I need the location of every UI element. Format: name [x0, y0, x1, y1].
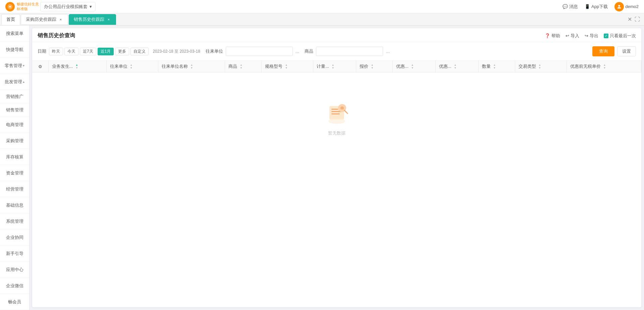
sort-down-icon: ▼ — [603, 67, 606, 69]
date-btn-last7[interactable]: 近7天 — [80, 48, 96, 55]
date-btn-yesterday[interactable]: 昨天 — [49, 48, 63, 55]
empty-icon — [323, 99, 350, 126]
date-btn-more[interactable]: 更多 — [115, 48, 129, 55]
sidebar-item-sales-mgmt[interactable]: 销售管理 — [0, 103, 29, 117]
table-col-partner-name[interactable]: 往来单位名称 ▲ ▼ — [158, 61, 225, 72]
tab-close-purchase[interactable]: × — [58, 17, 63, 22]
import-icon: ↩ — [566, 33, 569, 38]
user-action[interactable]: demo2 — [614, 2, 639, 11]
partner-input[interactable] — [226, 47, 293, 56]
message-label: 消息 — [569, 4, 578, 10]
sidebar-item-wechat[interactable]: 企业微信 — [0, 278, 29, 294]
page-title: 销售历史价查询 — [38, 32, 75, 39]
tab-home[interactable]: 首页 — [1, 14, 20, 25]
table-col-discount1[interactable]: 优惠... ▲ ▼ — [393, 61, 436, 72]
sidebar-item-marketing[interactable]: 营销推广 — [0, 90, 29, 103]
export-icon: ↪ — [585, 33, 588, 38]
settings-button[interactable]: 设置 — [617, 46, 636, 56]
sidebar-item-guide[interactable]: 新手引导 — [0, 246, 29, 262]
sidebar-item-enterprise[interactable]: 企业协同 — [0, 229, 29, 246]
partner-dots[interactable]: ... — [296, 49, 300, 54]
sort-up-icon: ▲ — [493, 64, 496, 66]
svg-rect-6 — [331, 113, 340, 114]
message-icon: 💬 — [562, 4, 568, 9]
filter-actions: 查询 设置 — [592, 46, 636, 56]
table-col-biz-date[interactable]: 业务发生... ▲ ▼ — [48, 61, 106, 72]
message-action[interactable]: 💬 消息 — [562, 4, 578, 10]
tabs-bar: 首页 采购历史价跟踪 × 销售历史价跟踪 × ✕ ⛶ — [0, 13, 644, 25]
main-layout: 搜索菜单 快捷导航 零售管理 ▾ 批发管理 ▴ 营销推广 销售管理 电商管理 采… — [0, 25, 644, 310]
sidebar-item-ecommerce[interactable]: 电商管理 — [0, 117, 29, 133]
app-download-action[interactable]: 📱 App下载 — [585, 4, 608, 10]
sidebar-item-operation[interactable]: 经营管理 — [0, 181, 29, 197]
date-options: 昨天 今天 近7天 近1月 更多 自定义 — [49, 48, 149, 55]
empty-text: 暂无数据 — [328, 130, 345, 136]
sidebar-quick-nav-label: 快捷导航 — [6, 47, 23, 53]
goods-dots[interactable]: ... — [386, 49, 390, 54]
sort-up-icon: ▲ — [454, 64, 457, 66]
export-button[interactable]: ↪ 导出 — [585, 33, 598, 39]
table-col-partner-code[interactable]: 往来单位 ▲ ▼ — [106, 61, 158, 72]
maximize-icon[interactable]: ⛶ — [635, 16, 640, 22]
table-col-unit[interactable]: 计量... ▲ ▼ — [313, 61, 356, 72]
app-selector-label: 办公用品行业模拟账套 — [44, 4, 88, 10]
sidebar-item-retail[interactable]: 零售管理 ▾ — [0, 58, 29, 74]
only-last-checkbox[interactable]: ✓ 只看最后一次 — [604, 33, 636, 39]
import-button[interactable]: ↩ 导入 — [566, 33, 579, 39]
query-button[interactable]: 查询 — [592, 46, 614, 56]
tab-purchase-history[interactable]: 采购历史价跟踪 × — [21, 14, 68, 25]
sidebar-item-system[interactable]: 系统管理 — [0, 213, 29, 229]
sidebar-app-center-label: 应用中心 — [6, 267, 23, 273]
sidebar-retail-label: 零售管理 — [5, 63, 22, 69]
sidebar: 搜索菜单 快捷导航 零售管理 ▾ 批发管理 ▴ 营销推广 销售管理 电商管理 采… — [0, 25, 30, 310]
table-col-goods[interactable]: 商品 ▲ ▼ — [225, 61, 262, 72]
table-col-discount2[interactable]: 优惠... ▲ ▼ — [435, 61, 478, 72]
checkbox-icon: ✓ — [604, 34, 608, 38]
table-header-row: ⚙ 业务发生... ▲ ▼ 往来单位 — [32, 61, 641, 72]
sidebar-item-quick-nav[interactable]: 快捷导航 — [0, 42, 29, 58]
sort-down-icon: ▼ — [75, 67, 78, 69]
svg-point-8 — [340, 106, 344, 110]
sort-up-icon: ▲ — [240, 64, 243, 66]
sort-icons-goods: ▲ ▼ — [240, 64, 243, 69]
sort-icons-partner-name: ▲ ▼ — [190, 64, 193, 69]
sidebar-item-wholesale[interactable]: 批发管理 ▴ — [0, 74, 29, 90]
sidebar-search-menu-label: 搜索菜单 — [6, 31, 23, 37]
sort-icons-quote: ▲ ▼ — [371, 64, 374, 69]
close-window-icon[interactable]: ✕ — [628, 16, 632, 22]
sidebar-item-inventory[interactable]: 库存核算 — [0, 149, 29, 165]
avatar — [614, 2, 624, 11]
help-button[interactable]: ❓ 帮助 — [545, 33, 560, 39]
date-btn-last1m[interactable]: 近1月 — [98, 48, 114, 55]
table-col-quantity[interactable]: 数量 ▲ ▼ — [478, 61, 515, 72]
app-selector[interactable]: 办公用品行业模拟账套 ▾ — [40, 2, 96, 11]
tab-sales-history[interactable]: 销售历史价跟踪 × — [69, 14, 116, 25]
table-col-trade-type[interactable]: 交易类型 ▲ ▼ — [515, 61, 567, 72]
table-col-pretax-price[interactable]: 优惠前无税单价 ▲ ▼ — [567, 61, 641, 72]
date-btn-custom[interactable]: 自定义 — [130, 48, 149, 55]
sidebar-item-vip[interactable]: 畅会员 — [0, 294, 29, 310]
tab-right-icons: ✕ ⛶ — [628, 16, 643, 22]
export-label: 导出 — [590, 33, 598, 39]
sidebar-item-finance[interactable]: 资金管理 — [0, 165, 29, 181]
sidebar-item-search-menu[interactable]: 搜索菜单 — [0, 25, 29, 42]
page-header-actions: ❓ 帮助 ↩ 导入 ↪ 导出 ✓ 只看最后一次 — [545, 33, 636, 39]
sort-down-icon: ▼ — [371, 67, 374, 69]
sort-icons-discount1: ▲ ▼ — [411, 64, 414, 69]
sort-down-icon: ▼ — [538, 67, 541, 69]
sidebar-item-app-center[interactable]: 应用中心 — [0, 262, 29, 278]
date-btn-today[interactable]: 今天 — [64, 48, 78, 55]
table-col-quote[interactable]: 报价 ▲ ▼ — [356, 61, 393, 72]
sidebar-purchase-label: 采购管理 — [6, 138, 23, 144]
sidebar-item-purchase[interactable]: 采购管理 — [0, 133, 29, 149]
table-col-spec[interactable]: 规格型号 ▲ ▼ — [262, 61, 313, 72]
date-filter-label: 日期 — [38, 48, 46, 54]
sidebar-wholesale-label: 批发管理 — [5, 79, 22, 85]
data-table: ⚙ 业务发生... ▲ ▼ 往来单位 — [32, 61, 641, 163]
tab-close-sales[interactable]: × — [106, 17, 111, 22]
sidebar-item-basic-info[interactable]: 基础信息 — [0, 197, 29, 213]
sidebar-guide-label: 新手引导 — [6, 251, 23, 257]
table-col-settings[interactable]: ⚙ — [32, 61, 48, 72]
sort-up-icon: ▲ — [371, 64, 374, 66]
goods-input[interactable] — [316, 47, 383, 56]
